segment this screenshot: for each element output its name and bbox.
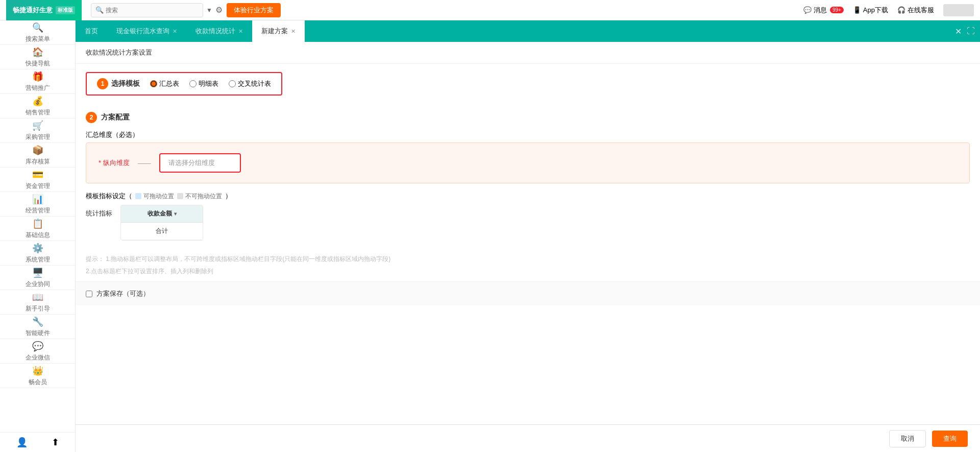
hint-text-1: 提示： 1.拖动标题栏可以调整布局，不可跨维度或指标区域拖动栏目字段(只能在同一… (86, 253, 970, 265)
sidebar-label-marketing: 营销推广 (26, 84, 50, 92)
sales-icon: 💰 (32, 96, 43, 107)
dimension-row: * 纵向维度 —— 请选择分组维度 (99, 153, 957, 173)
sidebar-item-sales[interactable]: 💰 销售管理 (0, 94, 75, 118)
toggle-fixed-label: 不可拖动位置 (185, 192, 222, 201)
sidebar-item-operations[interactable]: 📊 经营管理 (0, 192, 75, 217)
tab-new-plan-label: 新建方案 (261, 27, 288, 36)
save-checkbox[interactable] (86, 291, 92, 297)
table-row: 合计 (121, 223, 203, 240)
chevron-down-icon[interactable]: ▾ (174, 211, 177, 217)
sidebar-label-system: 系统管理 (26, 255, 50, 264)
sidebar-item-inventory[interactable]: 📦 库存核算 (0, 143, 75, 168)
radio-summary[interactable]: 汇总表 (150, 79, 179, 88)
sidebar-label-finance: 资金管理 (26, 182, 50, 191)
tab-maximize-button[interactable]: ⛶ (967, 27, 975, 36)
sidebar-label-quick-nav: 快捷导航 (26, 59, 50, 68)
sidebar-item-enterprise-collab[interactable]: 🖥️ 企业协同 (0, 266, 75, 290)
sidebar-item-quick-nav[interactable]: 🏠 快捷导航 (0, 45, 75, 69)
tab-bank-flow-label: 现金银行流水查询 (116, 27, 169, 36)
quick-nav-icon: 🏠 (32, 46, 43, 58)
sidebar-item-smart-hardware[interactable]: 🔧 智能硬件 (0, 315, 75, 339)
service-item[interactable]: 🎧 在线客服 (897, 6, 934, 15)
indicator-table-container: 收款金额 ▾ 合计 (120, 205, 203, 241)
inventory-icon: 📦 (32, 145, 43, 156)
radio-cross-input[interactable] (229, 80, 236, 87)
sidebar-item-purchase[interactable]: 🛒 采购管理 (0, 118, 75, 143)
sidebar-label-inventory: 库存核算 (26, 157, 50, 166)
step1-badge-row: 1 选择模板 (97, 78, 140, 89)
download-item[interactable]: 📱 App下载 (853, 6, 888, 15)
sidebar-item-search-menu[interactable]: 🔍 搜索菜单 (0, 20, 75, 45)
step1-section: 1 选择模板 汇总表 明细表 (76, 64, 980, 112)
top-search-input[interactable] (106, 7, 199, 14)
dropdown-arrow-icon[interactable]: ▼ (206, 7, 212, 14)
system-icon: ⚙️ (32, 243, 43, 254)
notification-item[interactable]: 💬 消息 99+ (803, 6, 844, 15)
save-option-label: 方案保存（可选） (96, 289, 150, 298)
dim-select[interactable]: 请选择分组维度 (159, 153, 241, 173)
notification-icon: 💬 (803, 6, 812, 14)
indicator-header-row: 模板指标设定（ 可拖动位置 不可拖动位置 ） (86, 192, 970, 201)
top-bar: 畅捷通好生意 标准版 🔍 ▼ ⚙ 体验行业方案 💬 消息 99+ 📱 App下载… (0, 0, 980, 20)
sidebar-label-sales: 销售管理 (26, 108, 50, 117)
tab-bank-flow-close[interactable]: ✕ (173, 28, 177, 35)
stat-label-text: 统计指标 (86, 205, 112, 222)
basic-info-icon: 📋 (32, 218, 43, 229)
indicator-table: 收款金额 ▾ 合计 (121, 205, 203, 240)
query-button[interactable]: 查询 (932, 431, 968, 447)
newcomer-icon: 📖 (32, 292, 43, 303)
radio-detail-input[interactable] (189, 80, 197, 87)
radio-detail-label: 明细表 (199, 79, 218, 88)
sidebar-label-purchase: 采购管理 (26, 133, 50, 141)
sidebar-bottom-icon2[interactable]: ⬆ (52, 437, 59, 448)
toggle-movable: 可拖动位置 (135, 192, 174, 201)
sidebar-label-enterprise-wechat: 企业微信 (26, 353, 50, 362)
radio-cross-label: 交叉统计表 (238, 79, 271, 88)
service-icon: 🎧 (897, 6, 905, 14)
tab-bank-flow[interactable]: 现金银行流水查询 ✕ (107, 20, 186, 42)
radio-cross[interactable]: 交叉统计表 (229, 79, 271, 88)
sidebar-item-member[interactable]: 👑 畅会员 (0, 364, 75, 388)
user-avatar[interactable] (943, 4, 974, 16)
tab-new-plan[interactable]: 新建方案 ✕ (252, 20, 305, 42)
dimension-label: 汇总维度（必选） (86, 130, 970, 139)
sidebar-item-enterprise-wechat[interactable]: 💬 企业微信 (0, 339, 75, 364)
radio-detail[interactable]: 明细表 (189, 79, 218, 88)
industry-solution-button[interactable]: 体验行业方案 (227, 3, 281, 17)
download-label: App下载 (863, 6, 888, 15)
sidebar-item-marketing[interactable]: 🎁 营销推广 (0, 69, 75, 94)
tab-home-label: 首页 (85, 27, 98, 36)
toggle-movable-label: 可拖动位置 (143, 192, 174, 201)
settings-icon[interactable]: ⚙ (215, 5, 223, 15)
notification-label: 消息 (814, 6, 827, 15)
sidebar-item-newcomer[interactable]: 📖 新手引导 (0, 290, 75, 315)
radio-summary-input[interactable] (150, 80, 157, 87)
radio-summary-label: 汇总表 (159, 79, 179, 88)
tab-bar-actions: ✕ ⛶ (955, 27, 980, 36)
top-search-box[interactable]: 🔍 (91, 3, 203, 17)
tab-new-plan-close[interactable]: ✕ (291, 28, 296, 35)
tab-collection-stats[interactable]: 收款情况统计 ✕ (186, 20, 252, 42)
tab-bar: 首页 现金银行流水查询 ✕ 收款情况统计 ✕ 新建方案 ✕ ✕ ⛶ (76, 20, 980, 42)
template-select-box: 1 选择模板 汇总表 明细表 (86, 72, 282, 96)
sidebar-label-basic-info: 基础信息 (26, 231, 50, 240)
tab-close-all-button[interactable]: ✕ (955, 27, 962, 36)
stat-label-col: 统计指标 (86, 205, 112, 241)
sidebar-label-newcomer: 新手引导 (26, 304, 50, 313)
sidebar-item-finance[interactable]: 💳 资金管理 (0, 168, 75, 192)
cancel-button[interactable]: 取消 (889, 430, 926, 447)
sidebar-item-basic-info[interactable]: 📋 基础信息 (0, 217, 75, 241)
dimension-label-text: 汇总维度（必选） (86, 131, 139, 138)
download-icon: 📱 (853, 6, 861, 14)
sidebar-label-smart-hardware: 智能硬件 (26, 329, 50, 338)
step2-title: 方案配置 (101, 113, 130, 122)
sidebar-item-system[interactable]: ⚙️ 系统管理 (0, 241, 75, 266)
content-area: 首页 现金银行流水查询 ✕ 收款情况统计 ✕ 新建方案 ✕ ✕ ⛶ (76, 20, 980, 452)
enterprise-collab-icon: 🖥️ (32, 267, 43, 278)
finance-icon: 💳 (32, 169, 43, 180)
sidebar-bottom-icon1[interactable]: 👤 (16, 437, 28, 448)
enterprise-wechat-icon: 💬 (32, 341, 43, 352)
tab-home[interactable]: 首页 (76, 20, 107, 42)
notification-badge: 99+ (830, 7, 844, 13)
tab-collection-stats-close[interactable]: ✕ (238, 28, 243, 35)
